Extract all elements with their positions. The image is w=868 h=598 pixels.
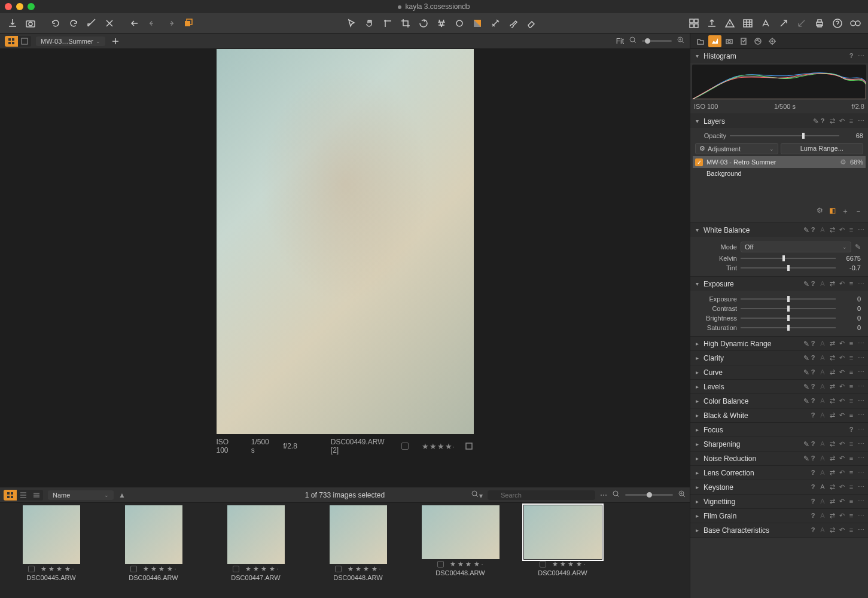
picker-icon[interactable]: ✎	[803, 383, 809, 391]
wb-mode-dropdown[interactable]: Off⌄	[741, 242, 851, 252]
clarity-header[interactable]: ▸ Clarity ✎ ?A⇄↶≡⋯	[690, 351, 868, 365]
thumb-stars[interactable]: ★ ★ ★ ★ ·	[348, 565, 380, 573]
reset-icon[interactable]: ↶	[838, 411, 845, 419]
help-icon[interactable]: ?	[809, 368, 817, 376]
preset-icon[interactable]: ≡	[848, 340, 855, 347]
copy-icon[interactable]: ⇄	[829, 117, 836, 125]
undo-step-icon[interactable]	[145, 16, 160, 31]
copy-icon[interactable]: ⇄	[829, 383, 836, 390]
grid-toggle-icon[interactable]	[5, 36, 18, 47]
layer-color-icon[interactable]: ◧	[829, 206, 836, 216]
thumbnail-image[interactable]	[125, 505, 182, 564]
help-icon[interactable]: ?	[809, 483, 817, 491]
remove-layer-icon[interactable]: －	[855, 206, 862, 216]
picker-icon[interactable]: ✎	[803, 440, 809, 448]
preset-icon[interactable]: ≡	[848, 117, 855, 125]
library-tab-icon[interactable]	[694, 35, 707, 47]
copy-icon[interactable]: ⇄	[829, 354, 836, 362]
thumb-checkbox[interactable]	[540, 561, 546, 568]
sort-direction-icon[interactable]: ▲	[118, 491, 126, 499]
help-icon[interactable]: ?	[809, 512, 817, 520]
disclosure-icon[interactable]: ▸	[694, 355, 700, 361]
disclosure-icon[interactable]: ▾	[694, 280, 700, 287]
preset-icon[interactable]: ≡	[848, 368, 855, 376]
menu-icon[interactable]: ⋯	[857, 340, 864, 347]
auto-icon[interactable]: A	[819, 454, 826, 462]
exposure-picker-icon[interactable]: ✎	[803, 280, 809, 288]
disclosure-icon[interactable]: ▸	[694, 426, 700, 433]
preset-icon[interactable]: ≡	[848, 454, 855, 462]
disclosure-icon[interactable]: ▾	[694, 53, 700, 59]
star-3[interactable]: ★	[437, 442, 444, 451]
rotate-icon[interactable]	[416, 16, 431, 31]
table-icon[interactable]	[740, 16, 756, 31]
annotation-icon[interactable]	[758, 16, 773, 31]
auto-icon[interactable]: A	[819, 226, 826, 234]
delete-icon[interactable]	[102, 16, 117, 31]
thumb-zoom-in-icon[interactable]	[678, 490, 686, 500]
sort-dropdown[interactable]: Name⌄	[48, 490, 114, 500]
thumbnail[interactable]: ★ ★ ★ ★ · DSC00446.ARW	[103, 505, 203, 596]
picker-icon[interactable]: ✎	[803, 354, 809, 362]
histogram-display[interactable]	[692, 65, 866, 99]
help-icon[interactable]: ?	[809, 226, 817, 234]
single-toggle-icon[interactable]	[18, 36, 31, 47]
copy-icon[interactable]: ⇄	[829, 440, 836, 448]
zoom-slider[interactable]	[642, 40, 672, 42]
disclosure-icon[interactable]: ▸	[694, 469, 700, 476]
image-canvas[interactable]	[217, 49, 474, 434]
help-icon[interactable]: ?	[848, 426, 855, 434]
layer-type-dropdown[interactable]: ⚙Adjustment⌄	[695, 143, 778, 154]
grid-view-icon[interactable]	[686, 16, 702, 31]
wb-header[interactable]: ▾ White Balance ✎ ?A⇄↶≡⋯	[690, 223, 868, 237]
export-icon[interactable]	[704, 16, 720, 31]
grain-header[interactable]: ▸ Film Grain ?A⇄↶≡⋯	[690, 509, 868, 523]
cursor-icon[interactable]	[344, 16, 360, 31]
reset-icon[interactable]: ↶	[838, 512, 845, 520]
thumbnail-image[interactable]	[330, 505, 387, 564]
exposure-header[interactable]: ▾ Exposure ✎ ?A⇄↶≡⋯	[690, 277, 868, 291]
menu-icon[interactable]: ⋯	[857, 397, 864, 405]
thumbnail[interactable]: ★ ★ ★ ★ · DSC00448.ARW	[410, 505, 510, 596]
reset-icon[interactable]: ↶	[838, 354, 845, 362]
auto-icon[interactable]: A	[819, 411, 826, 419]
metadata-tab-icon[interactable]	[737, 35, 750, 47]
star-5[interactable]: ·	[453, 442, 455, 451]
thumb-stars[interactable]: ★ ★ ★ ★ ·	[552, 560, 585, 568]
capture-icon[interactable]	[23, 16, 38, 31]
rating-stars[interactable]: ★ ★ ★ ★ ·	[422, 442, 455, 451]
thumb-zoom-slider[interactable]	[625, 494, 673, 496]
zoom-out-icon[interactable]	[629, 36, 637, 46]
add-variant-icon[interactable]	[110, 36, 121, 47]
preset-icon[interactable]: ≡	[848, 383, 855, 390]
help-icon[interactable]: ?	[809, 440, 817, 448]
browser-view-toggle[interactable]	[4, 490, 43, 501]
add-layer-icon[interactable]: ＋	[842, 206, 849, 216]
import-icon[interactable]	[5, 16, 20, 31]
bw-header[interactable]: ▸ Black & White ?A⇄↶≡⋯	[690, 408, 868, 422]
tint-slider[interactable]	[741, 267, 836, 269]
copy-icon[interactable]: ⇄	[829, 454, 836, 462]
layers-picker-icon[interactable]: ✎	[813, 117, 819, 126]
disclosure-icon[interactable]: ▾	[694, 118, 700, 124]
zoom-label[interactable]: Fit	[616, 37, 624, 45]
thumbnail[interactable]: ★ ★ ★ ★ · DSC00447.ARW	[206, 505, 306, 596]
menu-icon[interactable]: ⋯	[857, 383, 864, 390]
disclosure-icon[interactable]: ▸	[694, 484, 700, 490]
layer-mask-icon[interactable]: ⚙	[840, 158, 846, 166]
reset-icon[interactable]	[84, 16, 99, 31]
luma-range-button[interactable]: Luma Range...	[781, 143, 864, 154]
spot-icon[interactable]	[452, 16, 467, 31]
help-icon[interactable]: ?	[809, 498, 817, 505]
menu-icon[interactable]: ⋯	[857, 52, 864, 60]
help-icon[interactable]: ?	[809, 383, 817, 390]
help-icon[interactable]: ?	[809, 469, 817, 477]
help-icon[interactable]: ?	[809, 354, 817, 362]
copy-icon[interactable]: ⇄	[829, 280, 836, 288]
thumbnail-image[interactable]	[524, 505, 602, 559]
collapse-icon[interactable]	[794, 16, 809, 31]
disclosure-icon[interactable]: ▸	[694, 441, 700, 447]
undo-icon[interactable]	[48, 16, 63, 31]
thumb-checkbox[interactable]	[233, 566, 239, 572]
color_balance-header[interactable]: ▸ Color Balance ✎ ?A⇄↶≡⋯	[690, 394, 868, 408]
